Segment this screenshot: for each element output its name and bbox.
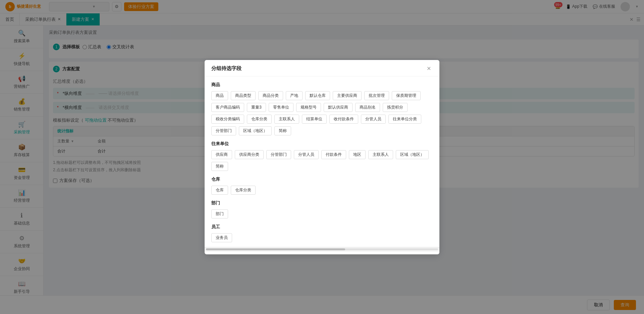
field-chip-shelf-life[interactable]: 保质期管理 <box>392 91 421 100</box>
field-chip-supervisor[interactable]: 分管人员 <box>361 115 386 124</box>
modal-horizontal-scrollbar[interactable] <box>205 247 439 252</box>
field-grid-employee: 业务员 <box>211 233 433 242</box>
modal-footer <box>205 252 439 254</box>
field-grid-warehouse: 仓库 仓库分类 <box>211 186 433 195</box>
field-chip-warehouse-category[interactable]: 仓库分类 <box>247 115 272 124</box>
field-chip-pay-terms[interactable]: 付款条件 <box>321 150 346 159</box>
modal-dialog: 分组待选字段 ✕ 商品 商品 商品类型 商品分类 产地 默认仓库 主要供应商 批… <box>205 60 439 254</box>
field-chip-goods[interactable]: 商品 <box>211 91 228 100</box>
field-chip-department[interactable]: 部门 <box>211 209 228 218</box>
field-chip-abbr[interactable]: 简称 <box>274 126 291 135</box>
field-chip-goods-alias[interactable]: 商品别名 <box>355 103 380 112</box>
field-chip-customer-code[interactable]: 客户商品编码 <box>211 103 244 112</box>
field-chip-dept[interactable]: 分管部门 <box>211 126 236 135</box>
field-chip-abbr2[interactable]: 简称 <box>211 162 228 171</box>
section-title-employee: 员工 <box>211 224 433 230</box>
field-chip-spec-model[interactable]: 规格型号 <box>296 103 321 112</box>
field-grid-partner: 供应商 供应商分类 分管部门 分管人员 付款条件 地区 主联系人 区域（地区） … <box>211 150 433 171</box>
modal-header: 分组待选字段 ✕ <box>205 60 439 76</box>
field-chip-sales-staff[interactable]: 业务员 <box>211 233 232 242</box>
field-section-partner: 往来单位 供应商 供应商分类 分管部门 分管人员 付款条件 地区 主联系人 区域… <box>211 141 433 171</box>
field-grid-department: 部门 <box>211 209 433 218</box>
section-title-warehouse: 仓库 <box>211 176 433 182</box>
field-chip-settlement-unit[interactable]: 结算单位 <box>302 115 327 124</box>
field-chip-region[interactable]: 地区 <box>349 150 366 159</box>
field-chip-goods-type[interactable]: 商品类型 <box>231 91 256 100</box>
field-chip-payment-terms[interactable]: 收付款条件 <box>329 115 358 124</box>
field-chip-managed-dept[interactable]: 分管部门 <box>266 150 291 159</box>
modal-title: 分组待选字段 <box>211 65 241 72</box>
field-chip-default-supplier[interactable]: 默认供应商 <box>324 103 353 112</box>
modal-close-button[interactable]: ✕ <box>425 65 433 73</box>
field-chip-main-supplier[interactable]: 主要供应商 <box>333 91 362 100</box>
hscroll-track <box>206 248 438 250</box>
field-section-warehouse: 仓库 仓库 仓库分类 <box>211 176 433 195</box>
hscroll-thumb <box>206 248 345 250</box>
field-section-department: 部门 部门 <box>211 200 433 218</box>
field-chip-tax-code[interactable]: 税收分类编码 <box>211 115 244 124</box>
field-chip-warehouse[interactable]: 仓库 <box>211 186 228 195</box>
field-chip-warehouse-cat[interactable]: 仓库分类 <box>231 186 256 195</box>
field-chip-goods-category[interactable]: 商品分类 <box>258 91 283 100</box>
modal-body[interactable]: 商品 商品 商品类型 商品分类 产地 默认仓库 主要供应商 批次管理 保质期管理… <box>205 76 439 247</box>
field-chip-main-contact[interactable]: 主联系人 <box>274 115 299 124</box>
field-section-goods: 商品 商品 商品类型 商品分类 产地 默认仓库 主要供应商 批次管理 保质期管理… <box>211 82 433 135</box>
field-chip-weight3[interactable]: 重量3 <box>247 103 266 112</box>
field-grid-goods: 商品 商品类型 商品分类 产地 默认仓库 主要供应商 批次管理 保质期管理 客户… <box>211 91 433 135</box>
field-chip-supplier[interactable]: 供应商 <box>211 150 232 159</box>
field-chip-partner-category[interactable]: 往来单位分类 <box>388 115 421 124</box>
field-chip-region-partner[interactable]: 区域（地区） <box>396 150 429 159</box>
section-title-department: 部门 <box>211 200 433 206</box>
field-chip-origin[interactable]: 产地 <box>286 91 303 100</box>
field-chip-retail-unit[interactable]: 零售单位 <box>269 103 293 112</box>
field-chip-default-warehouse[interactable]: 默认仓库 <box>305 91 330 100</box>
modal-overlay: 分组待选字段 ✕ 商品 商品 商品类型 商品分类 产地 默认仓库 主要供应商 批… <box>0 0 644 314</box>
section-title-goods: 商品 <box>211 82 433 88</box>
field-chip-main-contact2[interactable]: 主联系人 <box>368 150 393 159</box>
field-chip-region-goods[interactable]: 区域（地区） <box>239 126 272 135</box>
field-chip-batch-mgmt[interactable]: 批次管理 <box>364 91 389 100</box>
field-section-employee: 员工 业务员 <box>211 224 433 242</box>
section-title-partner: 往来单位 <box>211 141 433 147</box>
field-chip-managed-person[interactable]: 分管人员 <box>294 150 319 159</box>
field-chip-pick-points[interactable]: 拣货积分 <box>383 103 408 112</box>
field-chip-supplier-category[interactable]: 供应商分类 <box>235 150 264 159</box>
